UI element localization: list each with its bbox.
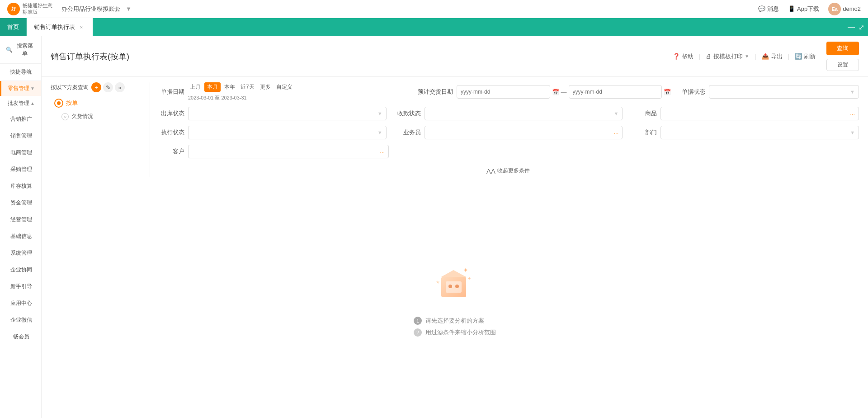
empty-icon: ✦ ✦ ★ (432, 261, 477, 308)
tab-maximize-icon[interactable]: ⤢ (859, 23, 864, 32)
sidebar-item-basic[interactable]: 基础信息 (0, 228, 41, 245)
sidebar-member-label: 畅会员 (13, 333, 29, 341)
filter-dept-item: 部门 ▼ (630, 126, 859, 139)
app-download-action[interactable]: 📱 App下载 (788, 5, 819, 13)
dept-select[interactable]: ▼ (660, 126, 859, 139)
sidebar-inventory-label: 库存核算 (10, 182, 32, 190)
sidebar-sales-label: 销售管理 (10, 132, 32, 140)
ship-status-select[interactable]: ▼ (188, 107, 387, 120)
search-menu-button[interactable]: 🔍 搜索菜单 (4, 40, 38, 60)
sidebar-item-marketing[interactable]: 营销推广 (0, 111, 41, 128)
sidebar-wholesale-label: 批发管理 (8, 100, 29, 107)
date-tab-this-month[interactable]: 本月 (204, 82, 221, 92)
refresh-button[interactable]: 🔄 刷新 (795, 52, 816, 61)
svg-text:★: ★ (436, 280, 440, 285)
sidebar-finance-label: 资金管理 (10, 199, 32, 207)
sidebar-appcenter-label: 应用中心 (10, 299, 32, 307)
sub-item-shortage[interactable]: ○ 欠货情况 (51, 110, 144, 123)
right-action-buttons: 查询 设置 (826, 42, 859, 71)
export-icon: 📤 (762, 53, 769, 60)
settings-button[interactable]: 设置 (826, 59, 859, 71)
edit-scheme-button[interactable]: ✎ (103, 82, 113, 92)
expected-date-start-input[interactable] (457, 85, 550, 99)
user-area[interactable]: Ea demo2 (828, 3, 861, 15)
empty-state: ✦ ✦ ★ 1 请先选择要分析的方案 2 用过滤条件来缩小分析范围 (42, 183, 868, 418)
sidebar-item-wholesale[interactable]: 批发管理 ▲ (0, 96, 41, 111)
sidebar-system-label: 系统管理 (10, 249, 32, 257)
sidebar-item-newuser[interactable]: 新手引导 (0, 278, 41, 295)
sidebar-item-corpwechat[interactable]: 企业微信 (0, 312, 41, 328)
sidebar-item-appcenter[interactable]: 应用中心 (0, 295, 41, 312)
filter-panel: 按以下方案查询 + ✎ « (42, 77, 868, 183)
salesperson-more-button[interactable]: ··· (614, 129, 619, 136)
sidebar-item-retail[interactable]: 零售管理 ▼ (0, 81, 41, 96)
date-tab-custom[interactable]: 自定义 (274, 82, 294, 92)
sidebar-item-enterprise[interactable]: 企业协同 (0, 261, 41, 278)
sidebar-item-member[interactable]: 畅会员 (0, 328, 41, 345)
export-button[interactable]: 📤 导出 (762, 52, 783, 61)
sidebar-item-ecommerce[interactable]: 电商管理 (0, 144, 41, 161)
date-range-text: 2023-03-01 至 2023-03-31 (188, 95, 410, 101)
sidebar-item-system[interactable]: 系统管理 (0, 245, 41, 261)
filter-layout: 按以下方案查询 + ✎ « (51, 82, 859, 177)
print-button[interactable]: 🖨 按模板打印 ▼ (706, 52, 749, 61)
ship-status-label: 出库状态 (157, 109, 184, 118)
tab-sales-order[interactable]: 销售订单执行表 × (27, 18, 93, 36)
tab-close-icon[interactable]: × (78, 24, 85, 31)
sidebar-marketing-label: 营销推广 (10, 115, 32, 123)
goods-input-wrapper: ··· (660, 107, 859, 120)
collapse-scheme-button[interactable]: « (115, 82, 125, 92)
divider3: | (788, 53, 789, 60)
sidebar-enterprise-label: 企业协同 (10, 266, 32, 274)
empty-tip-1: 1 请先选择要分析的方案 (414, 317, 496, 325)
sidebar-item-finance[interactable]: 资金管理 (0, 195, 41, 211)
filter-row-1: 单据日期 上月 本月 本年 近7天 更多 自定义 20 (157, 82, 859, 101)
print-dropdown-icon: ▼ (745, 54, 749, 59)
divider1: | (699, 53, 700, 60)
sidebar-item-operations[interactable]: 经营管理 (0, 211, 41, 228)
logo-icon: 好 (7, 3, 20, 15)
system-title: 办公用品行业模拟账套 (61, 5, 120, 13)
date-tab-last-month[interactable]: 上月 (188, 82, 203, 92)
sidebar-item-inventory[interactable]: 库存核算 (0, 178, 41, 195)
filter-customer-item: 客户 ··· (157, 145, 389, 158)
sidebar-purchase-label: 采购管理 (10, 166, 32, 173)
help-button[interactable]: ❓ 帮助 (673, 52, 693, 61)
date-picker-wrapper: 上月 本月 本年 近7天 更多 自定义 2023-03-01 至 2023-03… (188, 82, 410, 101)
sidebar-item-sales[interactable]: 销售管理 (0, 128, 41, 144)
sidebar-item-purchase[interactable]: 采购管理 (0, 161, 41, 178)
sidebar-retail-label: 零售管理 (8, 85, 29, 92)
add-scheme-button[interactable]: + (91, 82, 101, 92)
calendar-icon-1: 📅 (552, 89, 559, 95)
order-status-select[interactable]: ▼ (709, 85, 859, 99)
scheme-item-by-order[interactable]: 按单 (51, 96, 144, 110)
customer-more-button[interactable]: ··· (380, 148, 385, 155)
query-button[interactable]: 查询 (826, 42, 859, 55)
filter-expected-date-item: 预计交货日期 📅 — 📅 (418, 85, 671, 99)
date-tab-more[interactable]: 更多 (258, 82, 273, 92)
svg-rect-1 (446, 281, 462, 293)
help-icon: ❓ (673, 53, 680, 60)
customer-input-wrapper: ··· (188, 145, 389, 158)
tab-home[interactable]: 首页 (0, 18, 27, 36)
date-tab-this-year[interactable]: 本年 (222, 82, 237, 92)
payment-status-arrow: ▼ (613, 111, 618, 116)
empty-tips: 1 请先选择要分析的方案 2 用过滤条件来缩小分析范围 (414, 317, 496, 340)
filter-left: 按以下方案查询 + ✎ « (51, 82, 150, 177)
scheme-dot (57, 101, 61, 105)
goods-more-button[interactable]: ··· (850, 110, 855, 117)
expected-date-end-input[interactable] (569, 85, 662, 99)
system-dropdown-icon[interactable]: ▼ (126, 5, 132, 12)
exec-status-select[interactable]: ▼ (188, 126, 387, 139)
collapse-button[interactable]: ⋀⋀ 收起更多条件 (486, 167, 530, 175)
collapse-row: ⋀⋀ 收起更多条件 (157, 164, 859, 177)
filter-right: 单据日期 上月 本月 本年 近7天 更多 自定义 20 (150, 82, 859, 177)
tab-minimize-icon[interactable]: — (848, 23, 855, 31)
message-action[interactable]: 💬 消息 (758, 5, 779, 13)
dept-label: 部门 (630, 128, 657, 137)
sidebar-quick-nav[interactable]: 快捷导航 (0, 64, 41, 81)
date-tab-7days[interactable]: 近7天 (239, 82, 256, 92)
date-tabs: 上月 本月 本年 近7天 更多 自定义 (188, 82, 410, 92)
payment-status-select[interactable]: ▼ (425, 107, 623, 120)
sidebar-retail-arrow: ▼ (30, 86, 35, 91)
